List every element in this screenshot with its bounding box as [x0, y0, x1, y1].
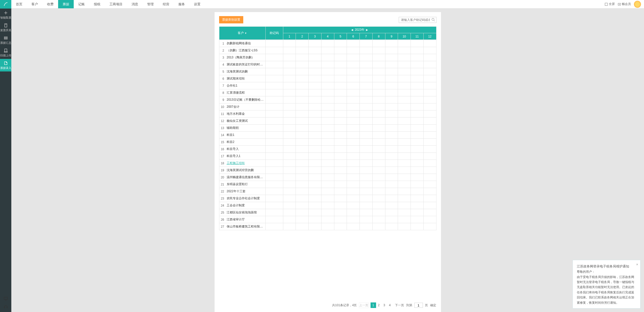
table-row[interactable]: 16科目导入 [219, 146, 436, 153]
month-cell[interactable] [347, 223, 360, 230]
month-cell[interactable] [347, 216, 360, 223]
table-row[interactable]: 32013（陶美芳勿删） [219, 54, 436, 61]
month-cell[interactable] [321, 153, 334, 160]
month-cell[interactable] [334, 40, 347, 47]
month-cell[interactable] [372, 174, 385, 181]
month-cell[interactable] [411, 40, 424, 47]
month-cell[interactable] [296, 160, 309, 167]
month-cell[interactable] [334, 153, 347, 160]
table-row[interactable]: 27保山市板桥建筑工程有限责任... [219, 223, 436, 230]
table-row[interactable]: 24工会会计制度 [219, 202, 436, 209]
month-cell[interactable] [283, 167, 296, 174]
month-cell[interactable] [398, 216, 411, 223]
month-cell[interactable] [360, 216, 373, 223]
month-cell[interactable] [385, 61, 398, 68]
table-row[interactable]: 5沈海英测试勿删 [219, 68, 436, 75]
table-row[interactable]: 4测试账套的凭证打印的时候是否 [219, 61, 436, 68]
month-cell[interactable] [296, 61, 309, 68]
month-cell[interactable] [321, 195, 334, 202]
table-row[interactable]: 8汇算清缴流程 [219, 89, 436, 96]
month-cell[interactable] [360, 40, 373, 47]
month-cell[interactable] [385, 167, 398, 174]
month-cell[interactable] [321, 68, 334, 75]
topnav-首页[interactable]: 首页 [11, 0, 27, 8]
month-cell[interactable] [423, 68, 436, 75]
month-cell[interactable] [372, 47, 385, 54]
month-cell[interactable] [347, 195, 360, 202]
month-cell[interactable] [347, 103, 360, 110]
month-cell[interactable] [385, 216, 398, 223]
month-cell[interactable] [411, 139, 424, 146]
month-cell[interactable] [398, 47, 411, 54]
month-cell[interactable] [309, 103, 321, 110]
month-cell[interactable] [360, 68, 373, 75]
table-row[interactable]: 102007会计 [219, 103, 436, 110]
month-cell[interactable] [385, 153, 398, 160]
month-cell[interactable] [372, 96, 385, 103]
month-cell[interactable] [309, 160, 321, 167]
topnav-收费[interactable]: 收费 [43, 0, 58, 8]
month-cell[interactable] [385, 146, 398, 153]
month-cell[interactable] [283, 82, 296, 89]
month-cell[interactable] [283, 160, 296, 167]
month-cell[interactable] [334, 89, 347, 96]
month-cell[interactable] [296, 174, 309, 181]
month-cell[interactable] [385, 195, 398, 202]
month-cell[interactable] [385, 181, 398, 188]
month-cell[interactable] [309, 110, 321, 118]
month-cell[interactable] [347, 96, 360, 103]
month-cell[interactable] [321, 89, 334, 96]
month-cell[interactable] [347, 209, 360, 216]
month-cell[interactable] [423, 181, 436, 188]
table-row[interactable]: 6测试期末结转 [219, 75, 436, 82]
month-cell[interactable] [321, 216, 334, 223]
month-cell[interactable] [423, 82, 436, 89]
month-cell[interactable] [283, 96, 296, 103]
month-cell[interactable] [283, 188, 296, 195]
month-cell[interactable] [334, 75, 347, 82]
month-cell[interactable] [411, 125, 424, 132]
month-cell[interactable] [372, 61, 385, 68]
month-cell[interactable] [411, 188, 424, 195]
month-cell[interactable] [372, 223, 385, 230]
month-cell[interactable] [283, 75, 296, 82]
month-cell[interactable] [360, 82, 373, 89]
month-cell[interactable] [372, 139, 385, 146]
month-cell[interactable] [321, 40, 334, 47]
month-cell[interactable] [309, 75, 321, 82]
month-cell[interactable] [385, 103, 398, 110]
month-cell[interactable] [423, 202, 436, 209]
month-cell[interactable] [334, 223, 347, 230]
member-button[interactable]: 畅会员 [618, 2, 631, 6]
month-cell[interactable] [372, 118, 385, 125]
month-cell[interactable] [347, 160, 360, 167]
month-cell[interactable] [309, 223, 321, 230]
month-cell[interactable] [347, 153, 360, 160]
month-cell[interactable] [347, 167, 360, 174]
month-cell[interactable] [309, 209, 321, 216]
month-cell[interactable] [423, 195, 436, 202]
table-row[interactable]: 11地方水利基金 [219, 110, 436, 118]
month-cell[interactable] [398, 132, 411, 139]
month-cell[interactable] [321, 174, 334, 181]
month-cell[interactable] [334, 118, 347, 125]
month-cell[interactable] [423, 223, 436, 230]
month-cell[interactable] [398, 118, 411, 125]
topnav-服务[interactable]: 服务 [174, 0, 189, 8]
month-cell[interactable] [321, 146, 334, 153]
month-cell[interactable] [283, 89, 296, 96]
month-cell[interactable] [423, 54, 436, 61]
month-cell[interactable] [423, 174, 436, 181]
month-cell[interactable] [334, 125, 347, 132]
month-cell[interactable] [411, 103, 424, 110]
month-cell[interactable] [385, 47, 398, 54]
month-cell[interactable] [385, 75, 398, 82]
fullscreen-button[interactable]: 全屏 [605, 2, 615, 6]
month-cell[interactable] [423, 209, 436, 216]
month-cell[interactable] [296, 75, 309, 82]
month-cell[interactable] [296, 47, 309, 54]
month-cell[interactable] [321, 223, 334, 230]
month-cell[interactable] [360, 61, 373, 68]
month-cell[interactable] [347, 202, 360, 209]
month-cell[interactable] [423, 47, 436, 54]
